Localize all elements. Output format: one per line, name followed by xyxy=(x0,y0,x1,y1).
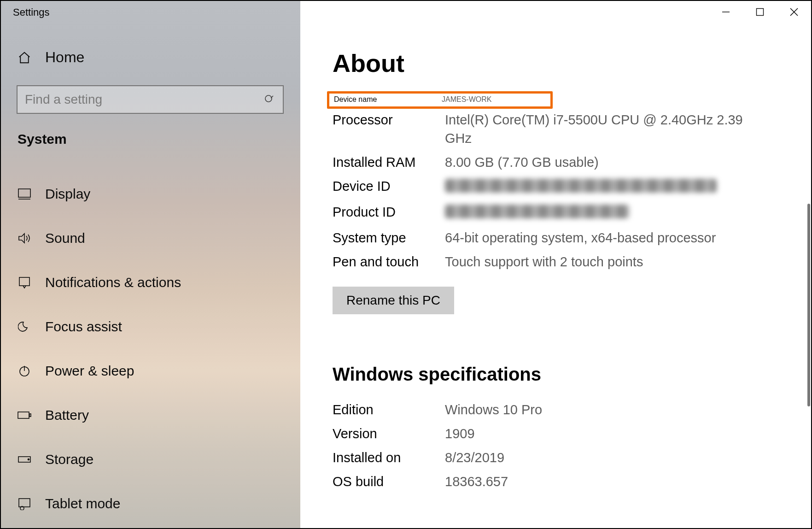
sidebar-item-notifications[interactable]: Notifications & actions xyxy=(1,260,300,305)
svg-rect-9 xyxy=(19,277,29,286)
spec-label: Installed RAM xyxy=(333,153,445,171)
device-specs: Device name JAMES-WORK Processor Intel(R… xyxy=(333,91,783,274)
sidebar-home-label: Home xyxy=(45,49,84,66)
power-icon xyxy=(17,363,32,379)
maximize-button[interactable] xyxy=(743,1,777,23)
display-icon xyxy=(17,186,32,202)
svg-rect-12 xyxy=(18,412,29,418)
spec-label: Version xyxy=(333,424,445,443)
svg-rect-6 xyxy=(18,189,30,197)
sidebar-nav: Display Sound Notifications & actions Fo… xyxy=(1,147,300,526)
minimize-button[interactable] xyxy=(709,1,743,23)
sidebar-item-power-sleep[interactable]: Power & sleep xyxy=(1,349,300,393)
search-input[interactable] xyxy=(17,85,284,114)
spec-label: Product ID xyxy=(333,203,445,221)
spec-label: OS build xyxy=(333,472,445,491)
svg-rect-16 xyxy=(19,499,30,507)
main-content: About Device name JAMES-WORK Processor I… xyxy=(300,1,811,528)
spec-label-device-name: Device name xyxy=(334,95,442,104)
spec-row-pen-touch: Pen and touch Touch support with 2 touch… xyxy=(333,250,783,274)
spec-label: Processor xyxy=(333,111,445,129)
battery-icon xyxy=(17,407,32,423)
spec-row-ram: Installed RAM 8.00 GB (7.70 GB usable) xyxy=(333,150,783,174)
close-button[interactable] xyxy=(777,1,811,23)
sidebar-section-label: System xyxy=(1,114,300,147)
window-title: Settings xyxy=(1,1,50,18)
sidebar-item-label: Storage xyxy=(45,452,93,467)
svg-marker-8 xyxy=(19,234,24,243)
spec-row-product-id: Product ID xyxy=(333,200,783,226)
spec-value-device-name: JAMES-WORK xyxy=(442,95,546,104)
spec-row-edition: Edition Windows 10 Pro xyxy=(333,398,783,422)
tablet-icon xyxy=(17,496,32,511)
spec-value: 64-bit operating system, x64-based proce… xyxy=(445,229,783,247)
sidebar-item-storage[interactable]: Storage xyxy=(1,437,300,482)
spec-value: 8.00 GB (7.70 GB usable) xyxy=(445,153,783,171)
sidebar-item-label: Battery xyxy=(45,407,89,423)
svg-rect-13 xyxy=(29,414,31,417)
windows-specs-heading: Windows specifications xyxy=(333,364,783,385)
spec-row-processor: Processor Intel(R) Core(TM) i7-5500U CPU… xyxy=(333,108,783,150)
sidebar-item-battery[interactable]: Battery xyxy=(1,393,300,437)
sidebar-item-label: Notifications & actions xyxy=(45,275,181,290)
sidebar-item-label: Tablet mode xyxy=(45,496,120,511)
spec-row-system-type: System type 64-bit operating system, x64… xyxy=(333,226,783,250)
search-icon xyxy=(263,94,275,106)
svg-point-15 xyxy=(28,459,29,460)
sidebar-item-label: Display xyxy=(45,186,90,202)
sound-icon xyxy=(17,230,32,246)
sidebar-item-display[interactable]: Display xyxy=(1,172,300,216)
sidebar-item-sound[interactable]: Sound xyxy=(1,216,300,260)
moon-icon xyxy=(17,319,32,335)
device-name-highlight: Device name JAMES-WORK xyxy=(327,91,553,109)
spec-value-blurred xyxy=(445,177,783,197)
spec-label: Device ID xyxy=(333,177,445,195)
sidebar-item-label: Sound xyxy=(45,230,85,246)
spec-value: 18363.657 xyxy=(445,472,783,491)
spec-value-blurred xyxy=(445,203,783,223)
spec-value: Touch support with 2 touch points xyxy=(445,253,783,271)
storage-icon xyxy=(17,452,32,467)
titlebar: Settings xyxy=(1,1,811,27)
spec-row-version: Version 1909 xyxy=(333,422,783,446)
page-title: About xyxy=(333,49,783,77)
spec-value: 1909 xyxy=(445,424,783,443)
spec-label: System type xyxy=(333,229,445,247)
spec-label: Edition xyxy=(333,400,445,419)
spec-row-device-id: Device ID xyxy=(333,174,783,200)
spec-label: Installed on xyxy=(333,448,445,467)
sidebar: Home System Display Sound xyxy=(1,1,300,528)
spec-value: Intel(R) Core(TM) i7-5500U CPU @ 2.40GHz… xyxy=(445,111,783,147)
sidebar-item-label: Power & sleep xyxy=(45,363,134,379)
svg-rect-1 xyxy=(757,9,764,16)
spec-row-os-build: OS build 18363.657 xyxy=(333,470,783,494)
scrollbar[interactable] xyxy=(807,204,810,406)
svg-point-4 xyxy=(265,95,272,102)
spec-value: Windows 10 Pro xyxy=(445,400,783,419)
sidebar-home[interactable]: Home xyxy=(1,27,300,66)
windows-specs: Edition Windows 10 Pro Version 1909 Inst… xyxy=(333,398,783,494)
spec-value: 8/23/2019 xyxy=(445,448,783,467)
sidebar-item-label: Focus assist xyxy=(45,319,122,335)
spec-label: Pen and touch xyxy=(333,253,445,271)
home-icon xyxy=(17,50,32,65)
rename-pc-button[interactable]: Rename this PC xyxy=(333,287,454,314)
spec-row-installed-on: Installed on 8/23/2019 xyxy=(333,446,783,470)
sidebar-item-focus-assist[interactable]: Focus assist xyxy=(1,305,300,349)
notifications-icon xyxy=(17,275,32,290)
window-controls xyxy=(709,1,811,23)
sidebar-item-tablet-mode[interactable]: Tablet mode xyxy=(1,482,300,526)
